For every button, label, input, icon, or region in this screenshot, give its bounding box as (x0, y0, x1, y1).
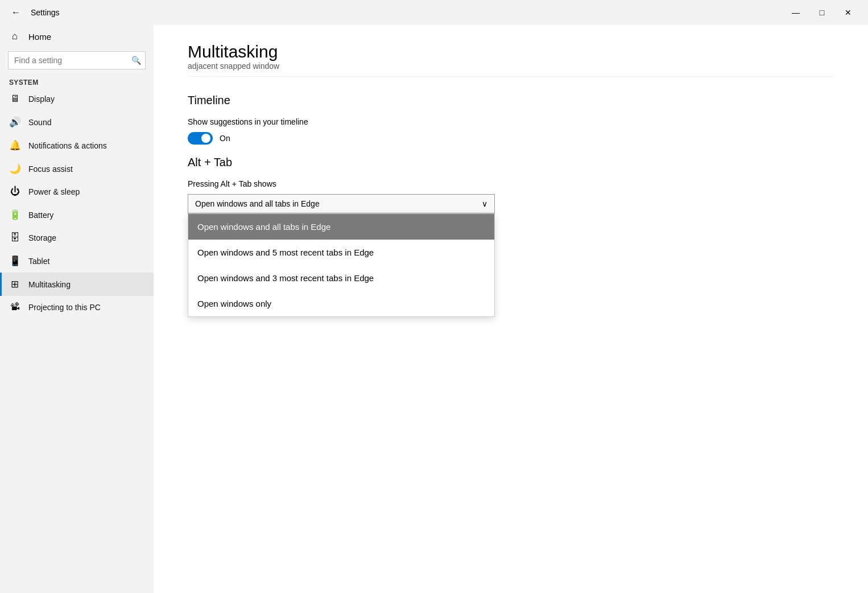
sidebar-label-storage: Storage (28, 233, 56, 242)
dropdown-caret-icon: ∨ (482, 199, 487, 208)
sidebar-item-focus[interactable]: 🌙 Focus assist (0, 157, 154, 180)
sidebar-item-multitasking[interactable]: ⊞ Multitasking (0, 273, 154, 296)
alt-tab-section: Alt + Tab Pressing Alt + Tab shows Open … (188, 156, 834, 261)
sidebar-item-power[interactable]: ⏻ Power & sleep (0, 180, 154, 203)
sidebar-item-home[interactable]: ⌂ Home (0, 25, 154, 48)
focus-icon: 🌙 (9, 163, 20, 175)
partial-setting-text: adjacent snapped window (188, 61, 834, 77)
dropdown-option-all-tabs[interactable]: Open windows and all tabs in Edge (188, 214, 494, 240)
sidebar-label-multitasking: Multitasking (28, 280, 71, 289)
alt-tab-dropdown-selected[interactable]: Open windows and all tabs in Edge ∨ (188, 194, 495, 213)
projecting-icon: 📽 (9, 302, 20, 313)
timeline-title: Timeline (188, 94, 834, 107)
sidebar-item-display[interactable]: 🖥 Display (0, 88, 154, 110)
sidebar-label-battery: Battery (28, 211, 53, 220)
sidebar-label-tablet: Tablet (28, 257, 49, 266)
back-button[interactable]: ← (7, 3, 25, 22)
pressing-label: Pressing Alt + Tab shows (188, 179, 834, 188)
timeline-suggestion-label: Show suggestions in your timeline (188, 117, 834, 126)
sidebar-section-system: System (0, 75, 154, 88)
home-label: Home (28, 32, 51, 42)
timeline-toggle[interactable] (188, 132, 213, 145)
notifications-icon: 🔔 (9, 139, 20, 151)
display-icon: 🖥 (9, 93, 20, 105)
maximize-icon: □ (820, 8, 824, 17)
sound-icon: 🔊 (9, 116, 20, 128)
sidebar-item-battery[interactable]: 🔋 Battery (0, 203, 154, 227)
sidebar-item-notifications[interactable]: 🔔 Notifications & actions (0, 134, 154, 157)
toggle-knob (201, 134, 210, 143)
maximize-button[interactable]: □ (809, 3, 835, 22)
sidebar-item-sound[interactable]: 🔊 Sound (0, 110, 154, 134)
alt-tab-selected-value: Open windows and all tabs in Edge (195, 199, 320, 208)
dropdown-option-windows-only[interactable]: Open windows only (188, 291, 494, 316)
app-title: Settings (31, 8, 60, 17)
page-title: Multitasking (188, 42, 834, 61)
main-content: Multitasking adjacent snapped window Tim… (154, 25, 868, 593)
storage-icon: 🗄 (9, 232, 20, 244)
app-body: ⌂ Home 🔍 System 🖥 Display 🔊 Sound 🔔 Noti… (0, 25, 868, 593)
search-input[interactable] (8, 51, 146, 69)
sidebar-item-projecting[interactable]: 📽 Projecting to this PC (0, 296, 154, 319)
sidebar-label-projecting: Projecting to this PC (28, 303, 101, 312)
close-button[interactable]: ✕ (835, 3, 861, 22)
window-controls: — □ ✕ (783, 3, 861, 22)
toggle-row: On (188, 132, 834, 145)
multitasking-icon: ⊞ (9, 278, 20, 290)
sidebar-item-storage[interactable]: 🗄 Storage (0, 227, 154, 249)
alt-tab-dropdown-list: Open windows and all tabs in Edge Open w… (188, 213, 495, 317)
minimize-icon: — (792, 8, 800, 17)
home-icon: ⌂ (9, 31, 20, 42)
sidebar-label-display: Display (28, 94, 55, 104)
back-icon: ← (11, 7, 20, 18)
power-icon: ⏻ (9, 186, 20, 197)
sidebar-label-power: Power & sleep (28, 187, 80, 196)
close-icon: ✕ (845, 8, 852, 17)
alt-tab-title: Alt + Tab (188, 156, 834, 169)
title-bar: ← Settings — □ ✕ (0, 0, 868, 25)
sidebar-label-focus: Focus assist (28, 164, 73, 174)
tablet-icon: 📱 (9, 255, 20, 267)
dropdown-option-5-tabs[interactable]: Open windows and 5 most recent tabs in E… (188, 240, 494, 265)
minimize-button[interactable]: — (783, 3, 809, 22)
sidebar-label-notifications: Notifications & actions (28, 141, 107, 150)
sidebar-item-tablet[interactable]: 📱 Tablet (0, 249, 154, 273)
sidebar: ⌂ Home 🔍 System 🖥 Display 🔊 Sound 🔔 Noti… (0, 25, 154, 593)
dropdown-option-3-tabs[interactable]: Open windows and 3 most recent tabs in E… (188, 265, 494, 291)
sidebar-label-sound: Sound (28, 118, 51, 127)
sidebar-search-container: 🔍 (8, 51, 146, 69)
timeline-section: Timeline Show suggestions in your timeli… (188, 94, 834, 145)
battery-icon: 🔋 (9, 209, 20, 221)
toggle-state-label: On (220, 134, 230, 143)
alt-tab-dropdown-container: Open windows and all tabs in Edge ∨ Open… (188, 194, 834, 213)
